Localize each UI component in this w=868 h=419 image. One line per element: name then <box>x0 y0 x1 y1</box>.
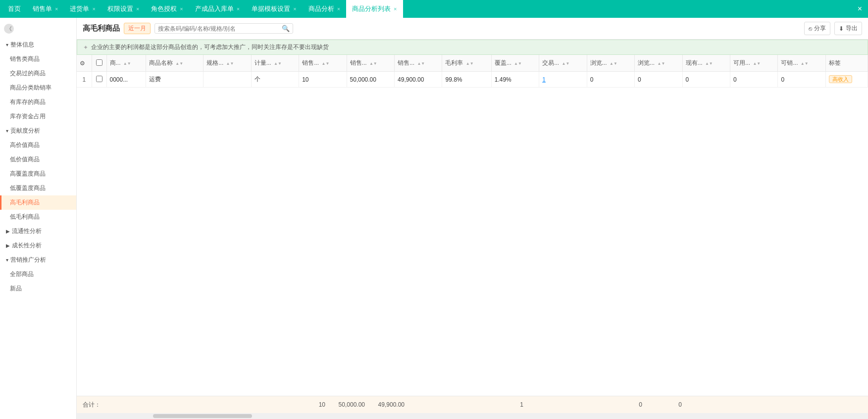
row-checkbox[interactable] <box>96 76 102 82</box>
col-trade[interactable]: 交易... ▲▼ <box>539 55 587 72</box>
col-sales-cost[interactable]: 销售... ▲▼ <box>395 55 442 72</box>
footer-totals-bar: 合计： 10 50,000.00 49,900.00 1 0 0 <box>77 396 868 413</box>
sidebar-item-high-margin[interactable]: 高毛利商品 <box>0 195 76 210</box>
sidebar-item-sales-goods[interactable]: 销售类商品 <box>0 52 76 66</box>
col-gross-rate[interactable]: 毛利率 ▲▼ <box>442 55 491 72</box>
sidebar-collapse-button[interactable]: 《 <box>4 24 14 34</box>
row-code: 0000... <box>106 72 146 88</box>
col-view2[interactable]: 浏览... ▲▼ <box>635 55 682 72</box>
sidebar-group-contribution[interactable]: ▾ 贡献度分析 <box>0 124 76 138</box>
row-view2: 0 <box>635 72 682 88</box>
col-settings[interactable]: ⚙ <box>77 55 92 72</box>
chevron-right-icon-2: ▶ <box>6 243 10 248</box>
sidebar-item-stocked-goods[interactable]: 有库存的商品 <box>0 95 76 109</box>
tab-product-analysis[interactable]: 商品分析 × <box>303 0 346 18</box>
export-button[interactable]: ⬇ 导出 <box>834 22 862 35</box>
tag-badge: 高收入 <box>829 75 852 83</box>
window-close-button[interactable]: × <box>854 4 866 13</box>
close-tab-template[interactable]: × <box>293 6 296 12</box>
footer-view2 <box>567 399 607 410</box>
col-name[interactable]: 商品名称 ▲▼ <box>146 55 203 72</box>
close-tab-purchase-order[interactable]: × <box>92 6 95 12</box>
search-input[interactable] <box>158 25 282 32</box>
sort-icon-stock-avail: ▲▼ <box>753 62 761 66</box>
footer-sales-amount: 50,000.00 <box>329 399 369 410</box>
footer-trade: 1 <box>488 399 527 410</box>
col-coverage[interactable]: 覆盖... ▲▼ <box>491 55 539 72</box>
tab-product-analysis-list[interactable]: 商品分析列表 × <box>346 0 403 18</box>
col-stock-sale[interactable]: 可销... ▲▼ <box>778 55 825 72</box>
chevron-down-icon-2: ▾ <box>6 128 8 134</box>
sort-icon-name: ▲▼ <box>175 62 183 66</box>
sidebar-item-new-goods[interactable]: 新品 <box>0 281 76 296</box>
col-checkbox-header[interactable] <box>92 55 106 72</box>
filter-period-button[interactable]: 近一月 <box>124 23 151 34</box>
row-spec <box>204 72 251 88</box>
row-tag: 高收入 <box>825 72 868 88</box>
row-gross-rate: 99.8% <box>442 72 491 88</box>
col-unit[interactable]: 计量... ▲▼ <box>251 55 299 72</box>
sidebar-item-traded-goods[interactable]: 交易过的商品 <box>0 66 76 81</box>
tab-purchase-order[interactable]: 进货单 × <box>64 0 101 18</box>
sort-icon-sales-cost: ▲▼ <box>417 62 425 66</box>
sidebar-item-high-coverage[interactable]: 高覆盖度商品 <box>0 167 76 181</box>
sort-icon-stock-sale: ▲▼ <box>801 62 809 66</box>
tab-sales-order[interactable]: 销售单 × <box>27 0 64 18</box>
sidebar-group-growth[interactable]: ▶ 成长性分析 <box>0 238 76 253</box>
sidebar-group-circulation[interactable]: ▶ 流通性分析 <box>0 224 76 238</box>
close-tab-analysis[interactable]: × <box>337 6 340 12</box>
col-sales-amount[interactable]: 销售... ▲▼ <box>347 55 394 72</box>
row-coverage: 1.49% <box>491 72 539 88</box>
share-button[interactable]: ⎋ 分享 <box>804 22 830 35</box>
sort-icon-trade: ▲▼ <box>562 62 570 66</box>
tab-template-settings[interactable]: 单据模板设置 × <box>246 0 302 18</box>
table-row: 1 0000... 运费 个 10 50,000.00 49,900.00 99… <box>77 72 868 88</box>
close-tab-analysis-list[interactable]: × <box>394 6 397 12</box>
sidebar-group-marketing[interactable]: ▾ 营销推广分析 <box>0 253 76 267</box>
sidebar-item-low-coverage[interactable]: 低覆盖度商品 <box>0 181 76 195</box>
select-all-checkbox[interactable] <box>96 59 102 66</box>
info-icon: ✦ <box>83 44 88 51</box>
close-tab-sales-order[interactable]: × <box>55 6 58 12</box>
close-tab-permission[interactable]: × <box>136 6 139 12</box>
close-tab-role-auth[interactable]: × <box>180 6 183 12</box>
export-icon: ⬇ <box>839 25 844 32</box>
col-code[interactable]: 商... ▲▼ <box>106 55 146 72</box>
sort-icon-spec: ▲▼ <box>226 62 234 66</box>
sidebar-item-stock-capital[interactable]: 库存资金占用 <box>0 109 76 124</box>
sort-icon-view2: ▲▼ <box>657 62 665 66</box>
chevron-down-icon: ▾ <box>6 42 8 47</box>
sort-icon-code: ▲▼ <box>123 62 131 66</box>
footer-label: 合计： <box>83 401 101 409</box>
sort-icon-unit: ▲▼ <box>274 62 282 66</box>
col-stock-current[interactable]: 现有... ▲▼ <box>682 55 730 72</box>
row-num: 1 <box>77 72 92 88</box>
sidebar-item-low-value[interactable]: 低价值商品 <box>0 152 76 167</box>
col-sales-count[interactable]: 销售... ▲▼ <box>299 55 347 72</box>
share-icon: ⎋ <box>809 25 812 32</box>
tab-home[interactable]: 首页 <box>2 0 27 18</box>
product-table: ⚙ 商... ▲▼ 商品名称 ▲▼ 规格... ▲▼ <box>77 55 868 88</box>
col-spec[interactable]: 规格... ▲▼ <box>204 55 251 72</box>
row-stock-avail: 0 <box>730 72 778 88</box>
chevron-right-icon: ▶ <box>6 229 10 234</box>
tab-role-auth[interactable]: 角色授权 × <box>145 0 189 18</box>
search-icon[interactable]: 🔍 <box>282 25 290 32</box>
sidebar-item-category-rate[interactable]: 商品分类助销率 <box>0 81 76 95</box>
close-tab-product-storage[interactable]: × <box>237 6 240 12</box>
sidebar-item-high-value[interactable]: 高价值商品 <box>0 138 76 152</box>
row-stock-current: 0 <box>682 72 730 88</box>
sort-icon-gross-rate: ▲▼ <box>466 62 474 66</box>
sidebar-item-low-margin[interactable]: 低毛利商品 <box>0 210 76 224</box>
data-table-container: ⚙ 商... ▲▼ 商品名称 ▲▼ 规格... ▲▼ <box>77 55 868 396</box>
col-stock-avail[interactable]: 可用... ▲▼ <box>730 55 778 72</box>
row-checkbox-cell[interactable] <box>92 72 106 88</box>
sidebar-group-overall[interactable]: ▾ 整体信息 <box>0 38 76 52</box>
sidebar-item-all-goods[interactable]: 全部商品 <box>0 267 76 281</box>
tab-permission-settings[interactable]: 权限设置 × <box>102 0 145 18</box>
row-trade[interactable]: 1 <box>539 72 587 88</box>
tab-product-storage[interactable]: 产成品入库单 × <box>189 0 246 18</box>
scrollbar-thumb[interactable] <box>153 414 252 418</box>
col-view1[interactable]: 浏览... ▲▼ <box>587 55 634 72</box>
horizontal-scrollbar[interactable] <box>77 413 868 419</box>
